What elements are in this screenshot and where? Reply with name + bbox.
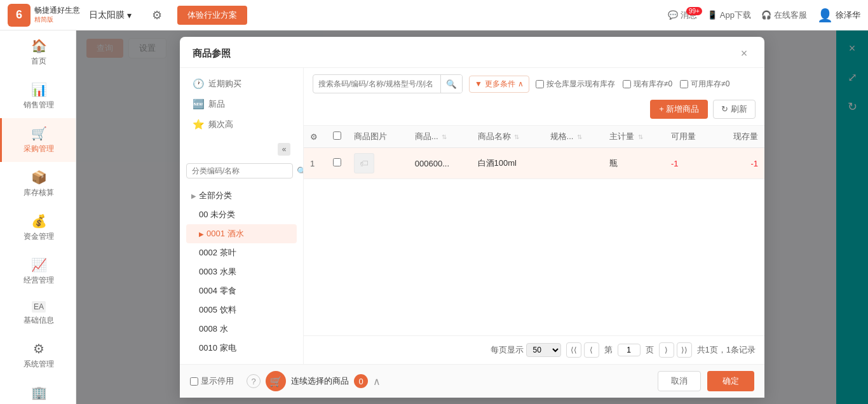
sidebar-label-system: 系统管理 <box>24 359 54 370</box>
sidebar-item-finance[interactable]: 💰 资金管理 <box>0 206 76 250</box>
category-item-0010[interactable]: 0010 家电 <box>186 339 297 358</box>
branch-selector[interactable]: 日太阳膜 ▾ <box>84 7 137 24</box>
branch-label: 日太阳膜 <box>89 10 125 21</box>
category-label-0004: 0004 零食 <box>199 285 236 297</box>
category-search-input[interactable] <box>186 163 293 178</box>
col-header-unit[interactable]: 主计量 ⇅ <box>603 126 665 148</box>
category-item-all[interactable]: ▶ 全部分类 <box>186 186 297 205</box>
col-header-code[interactable]: 商品... ⇅ <box>409 126 471 148</box>
message-button[interactable]: 💬 消息 99+ <box>668 10 697 21</box>
category-label-0008: 0008 水 <box>199 323 228 335</box>
cart-collapse-button[interactable]: ∧ <box>373 375 381 387</box>
cancel-button[interactable]: 取消 <box>658 371 701 391</box>
category-item-0002[interactable]: 0002 茶叶 <box>186 243 297 262</box>
col-header-available: 可用量 <box>665 126 715 148</box>
add-product-button[interactable]: + 新增商品 <box>650 100 708 119</box>
checkbox-available-input[interactable] <box>680 80 688 88</box>
sort-icon: ⇅ <box>442 133 447 140</box>
cell-image: 🏷 <box>348 148 409 179</box>
product-search-button[interactable]: 🔍 <box>440 75 462 93</box>
checkbox-warehouse-input[interactable] <box>536 80 544 88</box>
footer-right: 取消 确定 <box>658 371 754 391</box>
tab-frequent-label: 频次高 <box>208 119 233 130</box>
cart-icon: 🛒 <box>269 375 282 387</box>
col-header-name[interactable]: 商品名称 ⇅ <box>471 126 544 148</box>
sidebar-item-sales[interactable]: 📊 销售管理 <box>0 74 76 118</box>
col-header-spec[interactable]: 规格... ⇅ <box>544 126 604 148</box>
message-icon: 💬 <box>668 10 678 20</box>
basic-icon: EA <box>32 301 46 313</box>
show-disabled-input[interactable] <box>190 377 198 386</box>
page-size-selector: 每页显示 50 20 100 <box>491 343 561 357</box>
cart-icon-button[interactable]: 🛒 <box>266 371 286 391</box>
page-size-select[interactable]: 50 20 100 <box>526 343 561 357</box>
sidebar-item-purchase[interactable]: 🛒 采购管理 <box>0 118 76 162</box>
category-item-0005[interactable]: 0005 饮料 <box>186 300 297 320</box>
prev-page-button[interactable]: ⟨ <box>584 342 599 358</box>
checkbox-stock-input[interactable] <box>623 80 631 88</box>
system-icon: ⚙ <box>33 341 44 356</box>
modal-title: 商品参照 <box>193 48 231 60</box>
add-product-label: + 新增商品 <box>659 104 699 115</box>
category-item-0003[interactable]: 0003 水果 <box>186 262 297 281</box>
checkbox-stock[interactable]: 现有库存≠0 <box>623 79 672 90</box>
sidebar-item-inventory[interactable]: 📦 库存核算 <box>0 162 76 206</box>
sidebar-item-operation[interactable]: 📈 经营管理 <box>0 250 76 293</box>
page-navigation: ⟨⟨ ⟨ 第 页 ⟩ ⟩⟩ <box>566 342 692 358</box>
first-page-button[interactable]: ⟨⟨ <box>566 342 581 358</box>
product-search-input[interactable] <box>313 79 440 88</box>
category-arrow-0001: ▶ <box>199 231 204 238</box>
col-header-settings[interactable]: ⚙ <box>304 126 327 148</box>
collapse-panel-button[interactable]: « <box>278 143 290 156</box>
product-table-container: ⚙ 商品图片 <box>304 126 764 335</box>
help-icon[interactable]: ? <box>247 374 261 388</box>
col-header-stock: 现存量 <box>714 126 764 148</box>
product-search-box: 🔍 <box>313 74 463 93</box>
last-page-button[interactable]: ⟩⟩ <box>677 342 692 358</box>
row-checkbox[interactable] <box>333 158 341 166</box>
cell-available: -1 <box>665 148 715 179</box>
select-all-checkbox[interactable] <box>333 131 341 140</box>
sidebar-label-operation: 经营管理 <box>24 275 54 286</box>
category-item-0001[interactable]: ▶ 0001 酒水 <box>186 224 297 243</box>
page-label: 第 <box>604 344 613 356</box>
app-download-button[interactable]: 📱 App下载 <box>707 10 751 21</box>
category-label-0002: 0002 茶叶 <box>199 247 236 259</box>
cell-code: 000600... <box>409 148 471 179</box>
sidebar-item-system[interactable]: ⚙ 系统管理 <box>0 333 76 377</box>
modal-close-button[interactable]: × <box>736 46 752 61</box>
category-label-0005: 0005 饮料 <box>199 304 236 316</box>
checkbox-warehouse[interactable]: 按仓库显示现有库存 <box>536 79 615 90</box>
page-number-input[interactable] <box>618 344 641 356</box>
checkbox-warehouse-label: 按仓库显示现有库存 <box>546 79 615 90</box>
category-search-icon[interactable]: 🔍 <box>297 166 304 176</box>
category-label-0001: 0001 酒水 <box>207 228 244 239</box>
finance-icon: 💰 <box>31 213 47 229</box>
more-filter-button[interactable]: ▼ 更多条件 ∧ <box>469 76 529 93</box>
category-item-0008[interactable]: 0008 水 <box>186 320 297 339</box>
online-service-label: 在线客服 <box>774 10 807 21</box>
user-menu[interactable]: 👤 徐泽华 <box>817 8 860 23</box>
table-row[interactable]: 1 🏷 <box>304 148 764 179</box>
show-disabled-checkbox[interactable]: 显示停用 <box>190 375 234 387</box>
tab-frequent[interactable]: ⭐ 频次高 <box>186 115 297 134</box>
inventory-icon: 📦 <box>31 170 47 185</box>
cell-checkbox[interactable] <box>327 148 348 179</box>
gear-button[interactable]: ⚙ <box>147 5 167 25</box>
tab-new[interactable]: 🆕 新品 <box>186 95 297 114</box>
sidebar-item-basic[interactable]: EA 基础信息 <box>0 293 76 333</box>
footer-left: 显示停用 <box>190 375 234 387</box>
sidebar-item-home[interactable]: 🏠 首页 <box>0 30 76 74</box>
cart-text: 连续选择的商品 <box>291 375 349 387</box>
checkbox-available[interactable]: 可用库存≠0 <box>680 79 729 90</box>
refresh-button[interactable]: ↻ 刷新 <box>713 100 756 119</box>
experience-button[interactable]: 体验行业方案 <box>177 6 247 25</box>
tab-recent[interactable]: 🕐 近期购买 <box>186 74 297 93</box>
sidebar-item-enterprise[interactable]: 🏢 企业协同 <box>0 377 76 404</box>
confirm-button[interactable]: 确定 <box>707 371 754 391</box>
category-item-00[interactable]: 00 未分类 <box>186 205 297 224</box>
logo-area: 6 畅捷通好生意 精简版 <box>8 4 84 27</box>
online-service-button[interactable]: 🎧 在线客服 <box>761 10 807 21</box>
category-item-0004[interactable]: 0004 零食 <box>186 281 297 300</box>
next-page-button[interactable]: ⟩ <box>659 342 674 358</box>
